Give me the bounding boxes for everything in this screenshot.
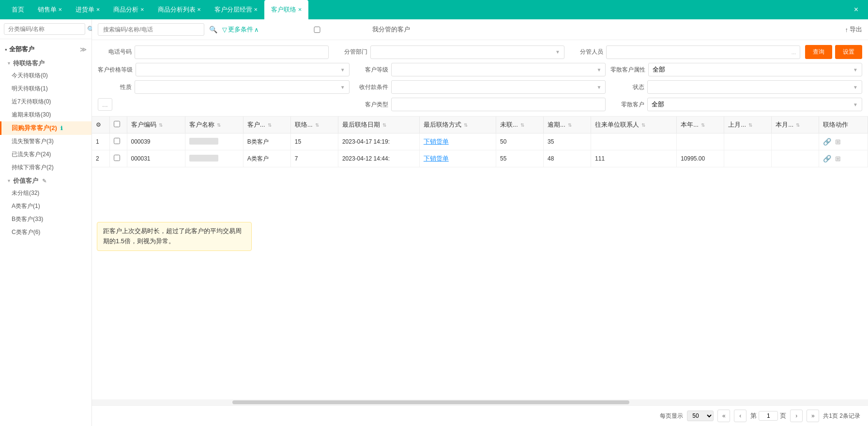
row1-link-icon[interactable]: 🔗 — [823, 138, 831, 146]
status-select[interactable]: ▼ — [647, 80, 862, 94]
row1-code: 000039 — [127, 133, 185, 150]
row1-last-method[interactable]: 下销货单 — [419, 133, 496, 150]
search-button[interactable]: 🔍 — [209, 26, 217, 33]
col-this-month[interactable]: 本月... ⇅ — [772, 117, 819, 133]
sidebar-item-b-class[interactable]: B类客户(33) — [0, 213, 91, 226]
phone-select[interactable] — [135, 45, 329, 59]
col-name[interactable]: 客户名称 ⇅ — [185, 117, 243, 133]
sidebar-item-today-pending[interactable]: 今天待联络(0) — [0, 69, 91, 82]
prev-page-button[interactable]: ‹ — [734, 410, 746, 422]
col-last-date[interactable]: 最后联络日期 ⇅ — [338, 117, 419, 133]
manager-label: 分管人员 — [569, 48, 603, 56]
search-input[interactable] — [98, 23, 204, 36]
sidebar-item-unclassified[interactable]: 未分组(32) — [0, 187, 91, 200]
gender-select[interactable]: ▼ — [135, 80, 350, 94]
row1-name — [185, 133, 243, 150]
sidebar-item-c-class[interactable]: C类客户(6) — [0, 226, 91, 239]
first-page-button[interactable]: « — [717, 410, 730, 422]
nav-home[interactable]: 首页 — [5, 0, 31, 19]
payment-select[interactable]: ▼ — [391, 80, 606, 94]
sidebar-item-declining[interactable]: 持续下滑客户(2) — [0, 161, 91, 174]
sidebar-item-churn-warning[interactable]: 流失预警客户(3) — [0, 135, 91, 148]
filter-row-1: 电话号码 分管部门 ▼ 分管人员 ... — [98, 45, 862, 59]
col-overdue[interactable]: 逾期... ⇅ — [544, 117, 591, 133]
sidebar-item-churned[interactable]: 已流失客户(24) — [0, 148, 91, 161]
row1-index: 1 — [92, 133, 109, 150]
col-code[interactable]: 客户编码 ⇅ — [127, 117, 185, 133]
dots-button[interactable]: ... — [98, 98, 112, 111]
sidebar-item-a-class[interactable]: A类客户(1) — [0, 200, 91, 213]
row2-checkbox[interactable] — [109, 150, 127, 167]
sidebar-item-tomorrow-pending[interactable]: 明天待联络(1) — [0, 82, 91, 95]
col-this-year[interactable]: 本年... ⇅ — [677, 117, 724, 133]
pending-section-title[interactable]: 待联络客户 — [0, 57, 91, 69]
filter-panel: 电话号码 分管部门 ▼ 分管人员 ... — [92, 40, 868, 117]
per-page-select[interactable]: 50 100 200 — [687, 411, 714, 421]
col-contact-person[interactable]: 往来单位联系人 ⇅ — [591, 117, 677, 133]
row2-contact-count: 7 — [290, 150, 338, 167]
col-settings[interactable]: ⚙ — [92, 117, 109, 133]
sort-icon-person: ⇅ — [641, 122, 645, 128]
my-customers-checkbox-label[interactable]: 我分管的客户 — [264, 25, 410, 34]
col-uncontacted[interactable]: 未联... ⇅ — [496, 117, 543, 133]
value-section-title[interactable]: 价值客户 ✎ — [0, 174, 91, 187]
customer-level-select[interactable]: ▼ — [391, 63, 606, 76]
phone-field: 电话号码 — [98, 45, 329, 59]
row2-index: 2 — [92, 150, 109, 167]
my-customers-checkbox[interactable] — [264, 27, 370, 33]
query-button[interactable]: 查询 — [805, 45, 832, 59]
phone-label: 电话号码 — [98, 48, 132, 56]
col-type[interactable]: 客户... ⇅ — [243, 117, 290, 133]
col-contact-count[interactable]: 联络... ⇅ — [290, 117, 338, 133]
row2-select[interactable] — [114, 155, 120, 161]
row2-link-icon[interactable]: 🔗 — [823, 155, 831, 162]
collapse-icon[interactable]: ≫ — [80, 46, 87, 53]
sort-icon-overdue: ⇅ — [568, 122, 572, 128]
export-button[interactable]: ↑ 导出 — [845, 25, 863, 34]
row2-last-method[interactable]: 下销货单 — [419, 150, 496, 167]
retail-customer-select[interactable]: 全部 ▼ — [647, 98, 862, 111]
close-window-button[interactable]: × — [849, 5, 863, 14]
col-last-method[interactable]: 最后联络方式 ⇅ — [419, 117, 496, 133]
col-checkbox[interactable] — [109, 117, 127, 133]
row1-grid-icon[interactable]: ⊞ — [835, 138, 841, 146]
row1-type: B类客户 — [243, 133, 290, 150]
nav-purchase[interactable]: 进货单 × — [69, 0, 107, 19]
col-last-month[interactable]: 上月... ⇅ — [724, 117, 772, 133]
customer-type-select[interactable] — [391, 98, 606, 111]
manager-select[interactable]: ... — [606, 45, 800, 59]
nav-customer-tier[interactable]: 客户分层经营 × — [208, 0, 264, 19]
sidebar-item-7days-pending[interactable]: 近7天待联络(0) — [0, 95, 91, 108]
pagination-total: 共1页 2条记录 — [823, 412, 860, 420]
settings-button[interactable]: 设置 — [835, 45, 862, 59]
last-page-button[interactable]: » — [807, 410, 819, 422]
row1-select[interactable] — [114, 138, 120, 144]
page-input[interactable] — [759, 411, 778, 421]
row1-last-date: 2023-04-17 14:19: — [338, 133, 419, 150]
horizontal-scrollbar[interactable] — [92, 399, 868, 405]
price-level-select[interactable]: ▼ — [136, 63, 350, 76]
sidebar-search-input[interactable] — [4, 23, 85, 35]
nav-sales[interactable]: 销售单 × — [31, 0, 69, 19]
manager-dots-icon: ... — [792, 49, 796, 55]
row2-code: 000031 — [127, 150, 185, 167]
all-customers-title[interactable]: ▪ 全部客户 ≫ — [0, 42, 91, 57]
retail-attr-field: 零散客户属性 全部 ▼ — [610, 63, 862, 76]
nav-customer-contact[interactable]: 客户联络 × — [264, 0, 308, 19]
nav-product-analysis[interactable]: 商品分析 × — [107, 0, 151, 19]
edit-icon[interactable]: ✎ — [42, 178, 46, 184]
sidebar-item-overdue[interactable]: 逾期未联络(30) — [0, 108, 91, 121]
branch-arrow-icon: ▼ — [555, 49, 560, 55]
select-all-checkbox[interactable] — [114, 121, 120, 127]
sidebar-item-repurchase-abnormal[interactable]: 回购异常客户(2) ℹ — [0, 121, 91, 135]
customer-type-label: 客户类型 — [354, 101, 388, 109]
scrollbar-thumb[interactable] — [232, 400, 629, 404]
more-conditions-button[interactable]: ▽ 更多条件 ∧ — [222, 25, 259, 34]
retail-attr-select[interactable]: 全部 ▼ — [648, 63, 862, 76]
nav-product-list[interactable]: 商品分析列表 × — [151, 0, 208, 19]
branch-field: 分管部门 ▼ — [334, 45, 564, 59]
row1-checkbox[interactable] — [109, 133, 127, 150]
row2-grid-icon[interactable]: ⊞ — [835, 155, 841, 162]
branch-select[interactable]: ▼ — [370, 45, 564, 59]
next-page-button[interactable]: › — [790, 410, 803, 422]
